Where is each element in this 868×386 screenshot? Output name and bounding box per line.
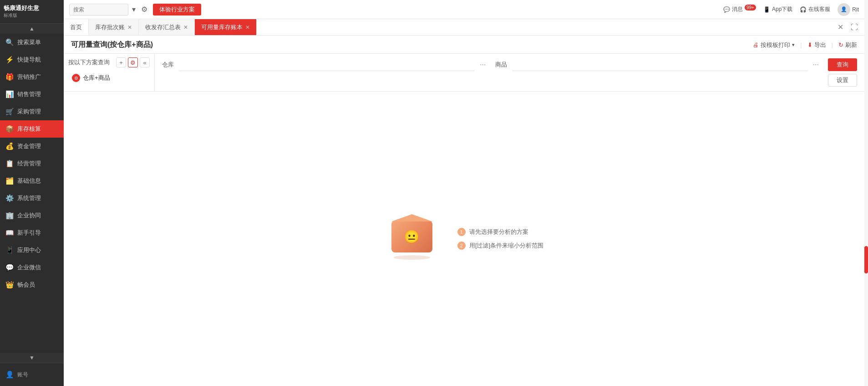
goods-input[interactable] xyxy=(513,58,807,71)
sidebar-item-marketing-promo[interactable]: 🎁 营销推广 xyxy=(0,68,64,86)
page-header-actions: 🖨 按模板打印 ▾ | ⬇ 导出 | ↻ 刷新 xyxy=(753,41,857,49)
tab-batch-ledger[interactable]: 库存批次账 ✕ xyxy=(89,19,139,36)
tab-home-label: 首页 xyxy=(70,23,82,31)
user-area[interactable]: 👤 Rit xyxy=(838,3,859,16)
sidebar-label-newbie: 新手引导 xyxy=(17,229,41,237)
add-scheme-btn[interactable]: + xyxy=(116,57,126,67)
scheme-item[interactable]: ⚙ 仓库+商品 xyxy=(68,71,150,85)
message-item[interactable]: 💬 消息 99+ xyxy=(723,5,756,13)
filter-left-icons: + ⚙ « xyxy=(116,57,150,67)
export-action[interactable]: ⬇ 导出 xyxy=(807,41,826,49)
app-download-item[interactable]: 📱 App下载 xyxy=(763,5,792,13)
tab-recv-ledger[interactable]: 收发存汇总表 ✕ xyxy=(139,19,195,36)
marketing-promo-icon: 🎁 xyxy=(5,73,14,81)
sidebar-item-finance[interactable]: 💰 资金管理 xyxy=(0,138,64,155)
sidebar-scroll-down[interactable]: ▼ xyxy=(0,353,64,363)
tab-recv-ledger-label: 收发存汇总表 xyxy=(145,23,181,31)
filter-settings-btn[interactable]: 设置 xyxy=(828,74,857,87)
tab-expand-btn[interactable]: ⛶ xyxy=(848,22,861,32)
sidebar-item-inventory[interactable]: 📦 库存核算 xyxy=(0,120,64,138)
scrollbar-thumb[interactable] xyxy=(864,246,868,273)
filter-field-goods: 商品 ··· xyxy=(495,58,821,71)
sidebar-label-purchase: 采购管理 xyxy=(17,108,41,116)
query-btn[interactable]: 查询 xyxy=(828,58,857,71)
sidebar-scroll-up[interactable]: ▲ xyxy=(0,24,64,34)
tab-available-ledger-close[interactable]: ✕ xyxy=(245,24,250,31)
online-service-item[interactable]: 🎧 在线客服 xyxy=(800,5,830,13)
app-download-label: App下载 xyxy=(772,5,792,13)
topbar-search-area: ▾ ⚙ xyxy=(69,4,149,15)
warehouse-more-btn[interactable]: ··· xyxy=(478,61,487,69)
hint1-text: 请先选择要分析的方案 xyxy=(469,228,528,236)
page-area: 可用量查询(按仓库+商品) 🖨 按模板打印 ▾ | ⬇ 导出 | ↻ 刷新 xyxy=(64,36,864,386)
sidebar-item-newbie[interactable]: 📖 新手引导 xyxy=(0,224,64,242)
sidebar-item-vip[interactable]: 👑 畅会员 xyxy=(0,276,64,293)
sidebar-item-operations[interactable]: 📋 经营管理 xyxy=(0,155,64,172)
tab-close-all-btn[interactable]: ✕ xyxy=(835,22,846,32)
sidebar-item-wechat[interactable]: 💬 企业微信 xyxy=(0,259,64,276)
page-title: 可用量查询(按仓库+商品) xyxy=(71,40,153,50)
print-label: 按模板打印 xyxy=(761,41,790,49)
sidebar-label-enterprise: 企业协同 xyxy=(17,211,41,220)
sidebar-item-search[interactable]: 🔍 搜索菜单 xyxy=(0,34,64,51)
scheme-name: 仓库+商品 xyxy=(83,74,110,82)
export-label: 导出 xyxy=(814,41,826,49)
sidebar-item-bottom[interactable]: 👤 账号 xyxy=(0,367,64,382)
sidebar-item-sales[interactable]: 📊 销售管理 xyxy=(0,86,64,103)
headset-icon: 🎧 xyxy=(800,6,807,13)
filter-row: 仓库 ··· 商品 ··· xyxy=(162,58,821,71)
warehouse-input[interactable] xyxy=(179,58,474,71)
search-icon: 🔍 xyxy=(5,38,14,46)
trial-btn[interactable]: 体验行业方案 xyxy=(153,4,201,15)
dropdown-btn[interactable]: ▾ xyxy=(130,4,137,15)
hint2-text: 用[过滤]条件来缩小分析范围 xyxy=(469,242,543,250)
sidebar-item-app-center[interactable]: 📱 应用中心 xyxy=(0,242,64,259)
sidebar-label-search: 搜索菜单 xyxy=(17,38,41,46)
filter-left-header: 按以下方案查询 + ⚙ « xyxy=(68,57,150,67)
refresh-icon: ↻ xyxy=(838,41,843,48)
sidebar-item-system[interactable]: ⚙️ 系统管理 xyxy=(0,190,64,207)
message-label: 消息 xyxy=(732,5,743,13)
sidebar-bottom: 👤 账号 xyxy=(0,363,64,386)
right-scrollbar xyxy=(864,0,868,386)
topbar-search-input[interactable] xyxy=(69,4,128,15)
print-action[interactable]: 🖨 按模板打印 ▾ xyxy=(753,41,795,49)
scheme-settings-btn[interactable]: ⚙ xyxy=(128,57,138,67)
divider1: | xyxy=(800,41,802,48)
sidebar-label-operations: 经营管理 xyxy=(17,160,41,168)
empty-illustration: 😐 xyxy=(385,211,439,266)
tabs-bar-right: ✕ ⛶ xyxy=(835,22,864,32)
enterprise-icon: 🏢 xyxy=(5,211,14,220)
sidebar-label-basic-info: 基础信息 xyxy=(17,177,41,185)
topbar: ▾ ⚙ 体验行业方案 💬 消息 99+ 📱 App下载 🎧 在线客服 👤 xyxy=(64,0,864,19)
tab-home[interactable]: 首页 xyxy=(64,19,89,36)
export-icon: ⬇ xyxy=(807,41,812,48)
collapse-btn[interactable]: « xyxy=(140,57,150,67)
message-icon: 💬 xyxy=(723,6,730,13)
sidebar-item-enterprise[interactable]: 🏢 企业协同 xyxy=(0,207,64,224)
sales-icon: 📊 xyxy=(5,90,14,98)
print-dropdown-icon[interactable]: ▾ xyxy=(792,42,795,48)
sidebar: 畅康通好生意 标准版 ▲ 🔍 搜索菜单 ⚡ 快捷导航 🎁 营销推广 📊 销售管理… xyxy=(0,0,64,386)
empty-state: 😐 1 请先选择要分析的方案 2 用[过滤]条件来缩小分析范围 xyxy=(64,92,864,386)
warehouse-label: 仓库 xyxy=(162,61,176,69)
tab-recv-ledger-close[interactable]: ✕ xyxy=(183,24,188,31)
sidebar-item-shortcut[interactable]: ⚡ 快捷导航 xyxy=(0,51,64,68)
sidebar-bottom-label: 账号 xyxy=(17,371,28,379)
refresh-action[interactable]: ↻ 刷新 xyxy=(838,41,857,49)
empty-box: 😐 xyxy=(391,221,432,252)
goods-more-btn[interactable]: ··· xyxy=(811,61,821,69)
sidebar-item-purchase[interactable]: 🛒 采购管理 xyxy=(0,103,64,120)
filter-field-warehouse: 仓库 ··· xyxy=(162,58,488,71)
empty-text: 1 请先选择要分析的方案 2 用[过滤]条件来缩小分析范围 xyxy=(457,228,543,250)
sidebar-label-wechat: 企业微信 xyxy=(17,263,41,272)
sidebar-item-basic-info[interactable]: 🗂️ 基础信息 xyxy=(0,172,64,190)
person-icon: 👤 xyxy=(5,371,14,379)
avatar-initials: 👤 xyxy=(841,6,847,12)
system-icon: ⚙️ xyxy=(5,194,14,202)
settings-icon-btn[interactable]: ⚙ xyxy=(139,4,149,15)
tab-batch-ledger-close[interactable]: ✕ xyxy=(127,24,132,31)
tab-available-ledger[interactable]: 可用量库存账本 ✕ xyxy=(195,19,257,36)
finance-icon: 💰 xyxy=(5,142,14,150)
basic-info-icon: 🗂️ xyxy=(5,177,14,185)
